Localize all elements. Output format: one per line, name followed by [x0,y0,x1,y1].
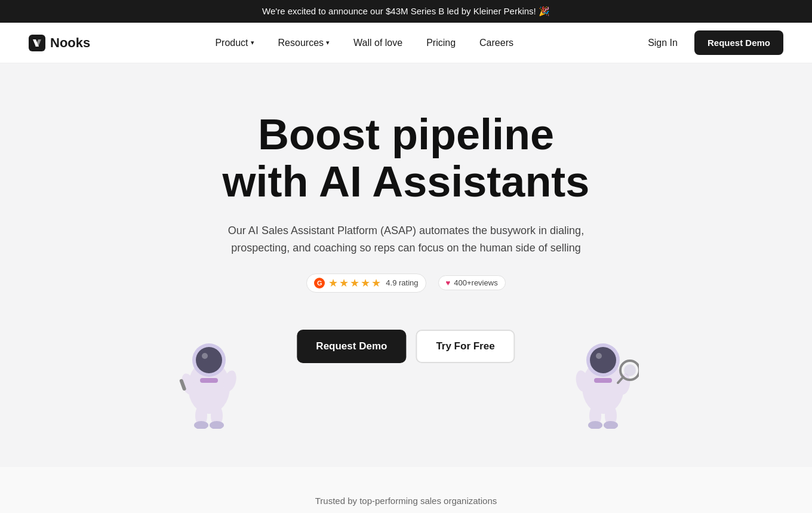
svg-point-15 [590,347,616,373]
chevron-down-icon: ▾ [326,39,330,47]
hero-rating: G ★★★★★ 4.9 rating ♥ 400+reviews [12,274,800,293]
navbar: Nooks Product ▾ Resources ▾ Wall of love… [0,23,812,63]
nav-request-demo-button[interactable]: Request Demo [694,30,783,55]
chevron-down-icon: ▾ [251,39,254,47]
nav-careers[interactable]: Careers [470,33,523,53]
svg-point-10 [210,421,224,429]
logo-icon [29,35,45,51]
reviews-count: 400+reviews [454,278,497,287]
svg-point-3 [196,347,222,373]
astronaut-left [173,327,245,431]
nav-wall-of-love[interactable]: Wall of love [344,33,412,53]
svg-point-22 [604,421,618,429]
svg-point-16 [596,353,602,359]
nav-product[interactable]: Product ▾ [205,33,263,53]
nav-pricing[interactable]: Pricing [417,33,465,53]
hero-subtext: Our AI Sales Assistant Platform (ASAP) a… [203,222,609,257]
stars: ★★★★★ [328,277,382,290]
svg-point-25 [624,364,636,376]
g2-icon: G [314,278,325,288]
announcement-bar: We're excited to announce our $43M Serie… [0,0,812,23]
nav-links: Product ▾ Resources ▾ Wall of love Prici… [205,33,523,53]
svg-point-4 [202,353,208,359]
request-demo-button[interactable]: Request Demo [297,330,406,363]
rating-badge: G ★★★★★ 4.9 rating [306,274,426,293]
trusted-text: Trusted by top-performing sales organiza… [36,496,776,506]
rating-value: 4.9 rating [386,278,418,287]
nav-resources[interactable]: Resources ▾ [269,33,339,53]
hero-section: Boost pipeline with AI Assistants Our AI… [0,63,812,467]
svg-rect-23 [594,378,612,383]
logos-section: Trusted by top-performing sales organiza… [0,467,812,513]
sign-in-button[interactable]: Sign In [638,33,687,53]
logo[interactable]: Nooks [29,35,90,51]
svg-point-9 [194,421,208,429]
logo-text: Nooks [50,35,90,51]
astronaut-right [567,327,639,431]
announcement-text: We're excited to announce our $43M Serie… [262,6,550,16]
heart-icon: ♥ [446,278,451,287]
hero-buttons: Request Demo Try For Free [297,330,515,363]
hero-headline: Boost pipeline with AI Assistants [137,111,675,205]
try-for-free-button[interactable]: Try For Free [416,330,515,363]
reviews-badge: ♥ 400+reviews [438,275,506,290]
nav-actions: Sign In Request Demo [638,30,783,55]
svg-rect-11 [200,378,218,383]
svg-point-21 [588,421,602,429]
hero-bottom: Request Demo Try For Free [12,312,800,431]
